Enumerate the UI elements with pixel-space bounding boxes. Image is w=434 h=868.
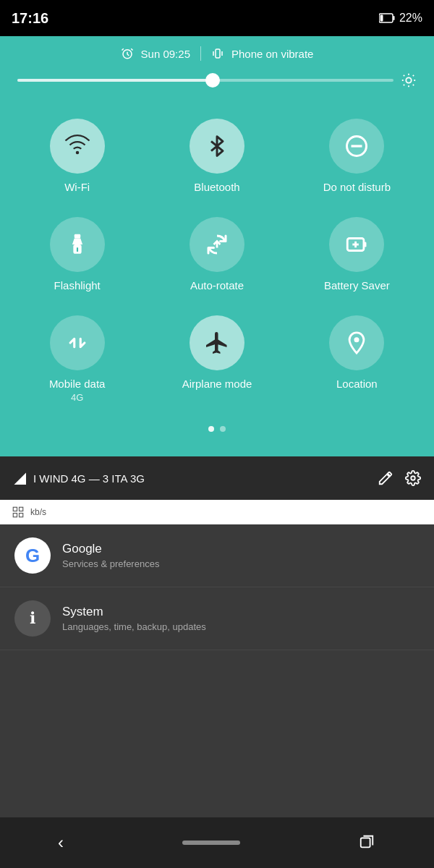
svg-rect-9	[74, 234, 80, 239]
home-pill[interactable]	[182, 841, 240, 845]
tile-flashlight[interactable]: Flashlight	[7, 207, 147, 305]
recents-icon	[359, 834, 375, 850]
svg-rect-13	[365, 242, 367, 247]
network-name: I WIND 4G — 3 ITA 3G	[33, 472, 145, 485]
recents-button[interactable]	[359, 834, 376, 851]
svg-rect-4	[216, 49, 220, 58]
speed-bar: kb/s	[0, 500, 434, 524]
google-subtitle: Services & preferences	[62, 558, 159, 569]
autorotate-icon	[204, 231, 230, 258]
system-subtitle: Languages, time, backup, updates	[62, 621, 206, 632]
tile-circle-dnd	[329, 119, 384, 174]
svg-point-6	[75, 151, 79, 155]
status-right: 22%	[379, 12, 422, 25]
dot-1[interactable]	[208, 426, 214, 432]
tile-wifi[interactable]: Wi-Fi	[7, 109, 147, 207]
tile-bluetooth[interactable]: Bluetooth	[147, 109, 286, 207]
brightness-slider[interactable]	[17, 79, 393, 82]
pagination	[0, 423, 434, 442]
svg-rect-2	[380, 15, 383, 22]
battery-icon	[379, 13, 395, 23]
svg-rect-19	[13, 507, 17, 511]
edit-icon[interactable]	[378, 470, 393, 486]
tile-dnd[interactable]: Do not disturb	[287, 109, 427, 207]
system-avatar: ℹ	[14, 600, 51, 637]
alarm-time: Sun 09:25	[141, 48, 190, 60]
quick-settings-panel: Sun 09:25 Phone on vibrate	[0, 36, 434, 456]
brightness-row	[0, 68, 434, 101]
vibrate-label: Phone on vibrate	[231, 48, 313, 60]
tile-label-bluetooth: Bluetooth	[194, 181, 239, 194]
svg-rect-22	[20, 514, 23, 517]
svg-rect-21	[13, 514, 17, 517]
bluetooth-icon	[205, 135, 229, 158]
settings-item-text-google: Google Services & preferences	[62, 542, 159, 569]
battery-level: 22%	[399, 12, 422, 25]
back-button[interactable]: ‹	[58, 833, 64, 853]
vibrate-icon	[211, 47, 224, 60]
bottom-nav: ‹	[0, 817, 434, 868]
svg-marker-17	[14, 473, 27, 485]
settings-item-system[interactable]: ℹ System Languages, time, backup, update…	[0, 587, 434, 650]
svg-point-16	[354, 337, 359, 342]
battery-saver-icon	[344, 232, 369, 257]
svg-point-18	[411, 476, 415, 480]
settings-list: G Google Services & preferences ℹ System…	[0, 524, 434, 650]
tile-label-location: Location	[336, 378, 378, 391]
tiles-grid: Wi-Fi Bluetooth Do not disturb	[0, 101, 434, 423]
brightness-icon	[401, 72, 417, 88]
dot-2[interactable]	[220, 426, 226, 432]
tile-autorotate[interactable]: Auto-rotate	[147, 207, 286, 305]
tile-label-flashlight: Flashlight	[54, 279, 101, 292]
svg-point-5	[406, 77, 411, 82]
dnd-icon	[344, 133, 370, 159]
tile-label-mobiledata: Mobile data	[49, 378, 106, 391]
location-icon	[344, 331, 369, 355]
svg-rect-23	[361, 838, 370, 848]
info-bar: Sun 09:25 Phone on vibrate	[0, 36, 434, 68]
tile-airplane[interactable]: Airplane mode	[147, 305, 286, 416]
tile-mobiledata[interactable]: Mobile data 4G	[7, 305, 147, 416]
tile-circle-flashlight	[50, 217, 105, 272]
settings-item-text-system: System Languages, time, backup, updates	[62, 605, 206, 632]
tile-label-dnd: Do not disturb	[323, 181, 391, 194]
tile-label-wifi: Wi-Fi	[64, 181, 90, 194]
network-actions	[378, 470, 421, 486]
network-bar: I WIND 4G — 3 ITA 3G	[0, 456, 434, 500]
alarm-icon	[121, 47, 134, 60]
tile-label-autorotate: Auto-rotate	[190, 279, 244, 292]
status-time: 17:16	[12, 10, 48, 27]
tile-circle-mobiledata	[50, 315, 105, 370]
svg-rect-20	[20, 507, 23, 511]
tile-circle-location	[329, 315, 384, 370]
wifi-icon	[64, 133, 90, 159]
google-title: Google	[62, 542, 159, 556]
flashlight-icon	[65, 232, 90, 257]
info-divider	[200, 46, 201, 61]
tile-circle-airplane	[190, 315, 244, 370]
tile-circle-bluetooth	[190, 119, 244, 174]
mobiledata-icon	[65, 331, 90, 355]
system-title: System	[62, 605, 206, 619]
svg-rect-1	[393, 16, 394, 20]
tile-circle-autorotate	[190, 217, 244, 272]
tile-label-batterysaver: Battery Saver	[324, 279, 390, 292]
status-bar: 17:16 22%	[0, 0, 434, 36]
tile-location[interactable]: Location	[287, 305, 427, 416]
tile-circle-batterysaver	[329, 217, 384, 272]
network-info: I WIND 4G — 3 ITA 3G	[13, 472, 145, 485]
grid-icon	[12, 506, 25, 519]
google-avatar: G	[14, 537, 51, 574]
settings-item-google[interactable]: G Google Services & preferences	[0, 524, 434, 587]
tile-sublabel-mobiledata: 4G	[71, 392, 83, 403]
tile-label-airplane: Airplane mode	[182, 378, 252, 391]
airplane-icon	[204, 330, 230, 356]
tile-circle-wifi	[50, 119, 105, 174]
speed-text: kb/s	[30, 507, 46, 517]
settings-icon[interactable]	[405, 470, 421, 486]
signal-icon	[13, 472, 26, 485]
tile-batterysaver[interactable]: Battery Saver	[287, 207, 427, 305]
